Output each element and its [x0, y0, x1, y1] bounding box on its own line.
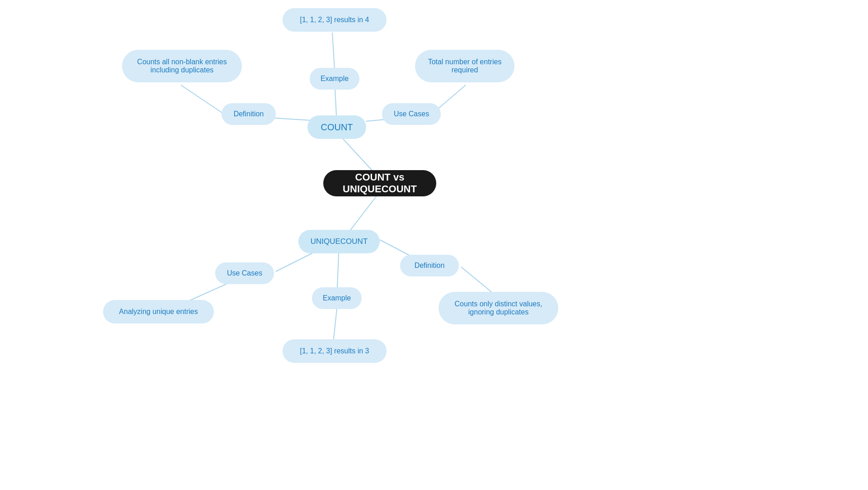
svg-line-5 — [332, 33, 335, 69]
count-definition-node: Definition — [222, 103, 276, 125]
uc-usecases-detail-node: Analyzing unique entries — [103, 300, 214, 323]
uc-definition-detail-node: Counts only distinct values, ignoring du… — [439, 292, 558, 324]
svg-line-6 — [181, 85, 226, 115]
root-node: COUNT vs UNIQUECOUNT — [323, 170, 436, 196]
count-example-node: Example — [310, 68, 359, 90]
uc-usecases-node: Use Cases — [215, 262, 274, 284]
uc-example-node: Example — [312, 287, 362, 309]
count-node: COUNT — [307, 115, 366, 139]
count-example-detail-node: [1, 1, 2, 3] results in 4 — [283, 8, 387, 32]
count-usecases-node: Use Cases — [382, 103, 441, 125]
count-definition-detail-node: Counts all non-blank entries including d… — [122, 50, 242, 82]
uniquecount-node: UNIQUECOUNT — [298, 230, 380, 253]
uc-definition-node: Definition — [400, 255, 459, 276]
uc-example-detail-node: [1, 1, 2, 3] results in 3 — [283, 339, 387, 363]
count-usecases-detail-node: Total number of entries required — [415, 50, 514, 82]
